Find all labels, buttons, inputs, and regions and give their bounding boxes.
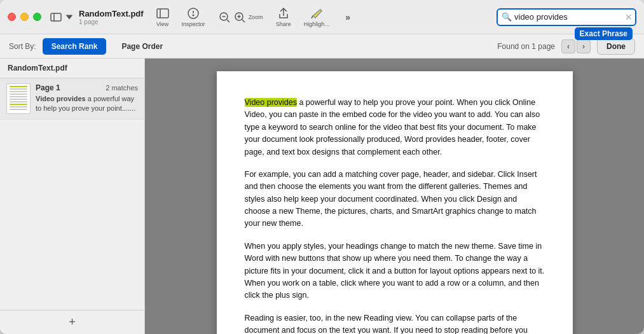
traffic-lights [8, 13, 41, 21]
filename-label: RandomText.pdf [79, 9, 144, 18]
match-count: 2 matches [106, 84, 138, 92]
nav-arrows: ‹ › [561, 39, 591, 53]
minimize-button[interactable] [20, 13, 29, 21]
toolbar-actions: View Inspector [156, 7, 497, 27]
search-clear-button[interactable]: ✕ [625, 13, 633, 22]
page-count-label: 1 page [79, 18, 99, 25]
next-result-button[interactable]: › [577, 39, 591, 53]
highlight-match-1: Video provides [245, 98, 297, 107]
page-label: Page 1 [36, 83, 60, 92]
svg-point-6 [193, 15, 194, 16]
sortbar: Sort By: Search Rank Page Order Found on… [0, 34, 644, 59]
exact-phrase-button[interactable]: Exact Phrase [575, 27, 633, 40]
search-input-wrap: 🔍 ✕ [497, 8, 636, 26]
titlebar: RandomText.pdf 1 page View Inspector [0, 0, 644, 34]
title-section: RandomText.pdf 1 page [79, 9, 144, 25]
add-button[interactable]: + [0, 310, 144, 334]
overflow-button[interactable]: » [343, 11, 353, 24]
svg-line-13 [242, 20, 245, 22]
sidebar-toggle-button[interactable] [50, 11, 75, 23]
search-rank-button[interactable]: Search Rank [43, 38, 107, 55]
highlight-button[interactable]: Highligh… [304, 7, 331, 27]
inspector-button[interactable]: Inspector [182, 7, 205, 27]
page-header-row: Page 1 2 matches [36, 83, 138, 92]
svg-rect-2 [157, 9, 168, 18]
svg-rect-0 [51, 13, 61, 21]
pdf-paragraph: When you apply styles, your headings cha… [245, 240, 545, 302]
list-item[interactable]: Page 1 2 matches Video provides a powerf… [0, 78, 144, 120]
found-label: Found on 1 page [497, 42, 555, 51]
main-window: RandomText.pdf 1 page View Inspector [0, 0, 644, 334]
view-button[interactable]: View [156, 7, 169, 27]
close-button[interactable] [8, 13, 16, 21]
search-input[interactable] [497, 8, 636, 26]
svg-line-9 [227, 20, 230, 22]
share-button[interactable]: Share [276, 7, 291, 27]
page-thumbnail [6, 83, 31, 114]
page-snippet: Video provides a powerful way to help yo… [36, 94, 138, 114]
prev-result-button[interactable]: ‹ [561, 39, 575, 53]
main-area: RandomText.pdf [0, 59, 644, 334]
pdf-page: Video provides a powerful way to help yo… [217, 71, 573, 334]
sortby-label: Sort By: [9, 42, 36, 51]
zoom-out-button[interactable] [218, 11, 231, 24]
zoom-group: Zoom [218, 11, 263, 24]
page-order-button[interactable]: Page Order [113, 38, 172, 55]
sidebar: RandomText.pdf [0, 59, 145, 334]
pdf-paragraph: For example, you can add a matching cove… [245, 169, 545, 230]
pdf-paragraph: Video provides a powerful way to help yo… [245, 97, 545, 158]
zoom-label: Zoom [249, 14, 263, 20]
search-bar-container: 🔍 ✕ Exact Phrase [497, 8, 636, 26]
page-info: Page 1 2 matches Video provides a powerf… [36, 83, 138, 114]
pdf-paragraph: Reading is easier, too, in the new Readi… [245, 312, 545, 334]
pdf-area[interactable]: Video provides a powerful way to help yo… [145, 59, 644, 334]
maximize-button[interactable] [33, 13, 41, 21]
sidebar-header: RandomText.pdf [0, 59, 144, 78]
done-button[interactable]: Done [597, 38, 635, 55]
svg-line-14 [312, 16, 313, 18]
zoom-in-button[interactable] [233, 11, 246, 24]
